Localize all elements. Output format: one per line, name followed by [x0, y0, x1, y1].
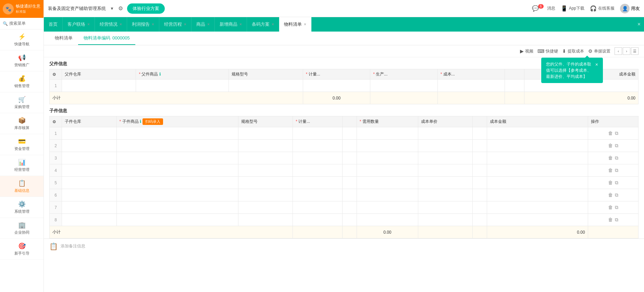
child-cell-quantity-3[interactable] — [357, 152, 418, 164]
parent-col-settings[interactable]: ⚙ — [50, 69, 62, 80]
single-settings-button[interactable]: ⚙ 单据设置 — [588, 48, 610, 54]
sidebar-search[interactable]: 🔍 搜索菜单 — [0, 18, 44, 30]
sub-tab-bom-list[interactable]: 物料清单 — [49, 32, 78, 45]
delete-icon-7[interactable]: 🗑 — [608, 205, 613, 210]
child-cell-quantity-2[interactable] — [357, 140, 418, 152]
child-cell-warehouse-8[interactable] — [62, 214, 117, 226]
copy-icon-8[interactable]: ⧉ — [615, 217, 618, 223]
child-cell-cost-amount-3[interactable] — [487, 152, 588, 164]
child-cell-spec-4[interactable] — [238, 164, 293, 177]
sidebar-item-operation[interactable]: 📊 经营管理 — [0, 155, 44, 176]
next-arrow[interactable]: › — [623, 47, 630, 55]
tab-goods[interactable]: 商品 × — [191, 17, 215, 32]
child-cell-spec-6[interactable] — [238, 189, 293, 201]
tab-operation-history[interactable]: 经营历程 × — [159, 17, 191, 32]
child-cell-unit-cost-1[interactable] — [418, 127, 473, 140]
sidebar-item-purchase[interactable]: 🛒 采购管理 — [0, 92, 44, 113]
tab-customer[interactable]: 客户联络 × — [63, 17, 95, 32]
child-cell-unit-cost-3[interactable] — [418, 152, 473, 164]
child-cell-spec-7[interactable] — [238, 201, 293, 214]
shortcut-button[interactable]: ⌨ 快捷键 — [537, 48, 558, 54]
child-cell-unit-cost-6[interactable] — [418, 189, 473, 201]
parent-cell-cost-1[interactable] — [437, 80, 505, 92]
child-cell-unit-6[interactable] — [293, 189, 343, 201]
system-dropdown[interactable]: ▼ — [110, 6, 114, 11]
delete-icon-2[interactable]: 🗑 — [608, 143, 613, 149]
child-cell-quantity-8[interactable] — [357, 214, 418, 226]
parent-cell-unit-1[interactable] — [303, 80, 370, 92]
tab-bom[interactable]: 物料清单 × — [279, 17, 311, 32]
child-cell-unit-5[interactable] — [293, 177, 343, 189]
copy-icon-4[interactable]: ⧉ — [615, 167, 618, 173]
child-cell-cost-amount-2[interactable] — [487, 140, 588, 152]
delete-icon-1[interactable]: 🗑 — [608, 130, 613, 136]
delete-icon-5[interactable]: 🗑 — [608, 180, 613, 186]
child-cell-spec-2[interactable] — [238, 140, 293, 152]
parent-cell-warehouse-1[interactable] — [62, 80, 136, 92]
child-cell-unit-2[interactable] — [293, 140, 343, 152]
sidebar-item-marketing[interactable]: 📢 营销推广 — [0, 50, 44, 71]
child-cell-goods-6[interactable] — [116, 189, 238, 201]
child-cell-goods-8[interactable] — [116, 214, 238, 226]
child-cell-goods-4[interactable] — [116, 164, 238, 177]
sidebar-item-enterprise[interactable]: 🏢 企业协同 — [0, 218, 44, 239]
child-cell-unit-1[interactable] — [293, 127, 343, 140]
child-cell-cost-amount-7[interactable] — [487, 201, 588, 214]
child-cell-cost-amount-6[interactable] — [487, 189, 588, 201]
trial-button[interactable]: 体验行业方案 — [127, 3, 165, 14]
delete-icon-4[interactable]: 🗑 — [608, 167, 613, 173]
message-action[interactable]: 💬 6 消息 — [532, 5, 555, 12]
tab-profit-report-close[interactable]: × — [152, 22, 154, 27]
sidebar-item-inventory[interactable]: 📦 库存核算 — [0, 113, 44, 134]
tab-barcode[interactable]: 条码方案 × — [247, 17, 279, 32]
tab-new-goods[interactable]: 新增商品 × — [215, 17, 247, 32]
sidebar-item-basic-info[interactable]: 📋 基础信息 — [0, 176, 44, 197]
child-cell-warehouse-6[interactable] — [62, 189, 117, 201]
child-cell-spec-1[interactable] — [238, 127, 293, 140]
child-cell-warehouse-3[interactable] — [62, 152, 117, 164]
child-cell-spec-5[interactable] — [238, 177, 293, 189]
child-cell-goods-3[interactable] — [116, 152, 238, 164]
child-cell-unit-4[interactable] — [293, 164, 343, 177]
copy-icon-1[interactable]: ⧉ — [615, 130, 618, 136]
child-col-settings[interactable]: ⚙ — [50, 116, 62, 127]
child-cell-unit-cost-8[interactable] — [418, 214, 473, 226]
sidebar-item-quick-nav[interactable]: ⚡ 快捷导航 — [0, 30, 44, 50]
parent-cell-goods-1[interactable] — [136, 80, 229, 92]
parent-cell-production-1[interactable] — [370, 80, 438, 92]
child-cell-goods-5[interactable] — [116, 177, 238, 189]
copy-icon-7[interactable]: ⧉ — [615, 205, 618, 210]
child-cell-goods-2[interactable] — [116, 140, 238, 152]
delete-icon-8[interactable]: 🗑 — [608, 217, 613, 223]
child-cell-warehouse-5[interactable] — [62, 177, 117, 189]
child-cell-cost-amount-5[interactable] — [487, 177, 588, 189]
prev-arrow[interactable]: ‹ — [615, 47, 622, 55]
child-cell-unit-cost-5[interactable] — [418, 177, 473, 189]
delete-icon-6[interactable]: 🗑 — [608, 192, 613, 198]
child-cell-warehouse-4[interactable] — [62, 164, 117, 177]
tab-operation-status[interactable]: 经营情况 × — [95, 17, 127, 32]
delete-icon-3[interactable]: 🗑 — [608, 155, 613, 161]
child-cell-unit-7[interactable] — [293, 201, 343, 214]
child-cell-cost-amount-8[interactable] — [487, 214, 588, 226]
child-cell-warehouse-7[interactable] — [62, 201, 117, 214]
copy-icon-2[interactable]: ⧉ — [615, 143, 618, 149]
child-cell-unit-cost-2[interactable] — [418, 140, 473, 152]
child-cell-cost-amount-1[interactable] — [487, 127, 588, 140]
video-button[interactable]: ▶ 视频 — [520, 48, 533, 54]
parent-cell-spec-1[interactable] — [229, 80, 303, 92]
child-cell-quantity-5[interactable] — [357, 177, 418, 189]
copy-icon-6[interactable]: ⧉ — [615, 192, 618, 198]
sidebar-item-guide[interactable]: 🎯 新手引导 — [0, 239, 44, 260]
menu-arrow[interactable]: ☰ — [631, 47, 639, 55]
app-download-action[interactable]: 📱 App下载 — [561, 5, 584, 12]
tab-operation-status-close[interactable]: × — [120, 22, 122, 27]
sidebar-item-finance[interactable]: 💳 资金管理 — [0, 134, 44, 155]
sidebar-item-sales[interactable]: 💰 销售管理 — [0, 71, 44, 92]
scan-button[interactable]: 扫码录入 — [143, 118, 163, 125]
child-cell-unit-cost-7[interactable] — [418, 201, 473, 214]
child-cell-cost-amount-4[interactable] — [487, 164, 588, 177]
sidebar-item-system[interactable]: ⚙️ 系统管理 — [0, 197, 44, 218]
tab-home[interactable]: 首页 — [44, 17, 63, 32]
child-cell-warehouse-1[interactable] — [62, 127, 117, 140]
